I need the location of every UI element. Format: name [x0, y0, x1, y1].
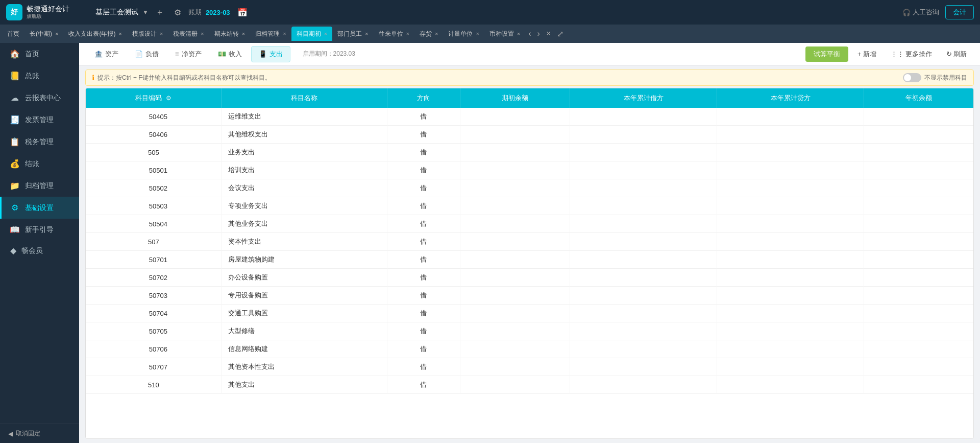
table-row[interactable]: 50704交通工具购置借	[86, 305, 973, 322]
cell-ytd-debit	[570, 376, 717, 394]
tab-annual-report[interactable]: 收入支出表(年报) ×	[63, 27, 127, 41]
tab-dept-staff[interactable]: 部门员工 ×	[332, 27, 373, 41]
tab-close-annual[interactable]: ×	[118, 31, 121, 37]
cell-name: 交通工具购置	[222, 305, 387, 322]
tab-home[interactable]: 首页	[2, 27, 24, 41]
cell-direction: 借	[387, 233, 460, 251]
table-row[interactable]: 50707其他资本性支出借	[86, 358, 973, 376]
logo-area: 好 畅捷通好会计 旗舰版	[6, 4, 85, 20]
cell-ytd-credit	[717, 251, 864, 269]
cell-name: 专项业务支出	[222, 197, 387, 215]
tab-close-inventory[interactable]: ×	[435, 31, 438, 37]
tab-close-archive[interactable]: ×	[283, 31, 286, 37]
sidebar-label-home: 首页	[25, 50, 39, 59]
sub-tab-net-assets[interactable]: ≡ 净资产	[168, 46, 209, 62]
tab-close-period-close[interactable]: ×	[242, 31, 245, 37]
toggle-disable-switch[interactable]	[903, 73, 921, 82]
table-row[interactable]: 50705大型修缮借	[86, 322, 973, 340]
tab-next-button[interactable]: ›	[534, 29, 543, 38]
app-sub: 旗舰版	[27, 13, 69, 20]
tab-close-all-button[interactable]: ×	[543, 29, 554, 38]
tab-close-dept[interactable]: ×	[365, 31, 368, 37]
column-settings-icon[interactable]: ⚙	[166, 95, 172, 102]
cell-name: 其他资本性支出	[222, 358, 387, 376]
calendar-icon[interactable]: 📅	[234, 6, 251, 19]
sidebar-item-home[interactable]: 🏠 首页	[0, 43, 79, 65]
sidebar-item-guide[interactable]: 📖 新手引导	[0, 219, 79, 241]
sidebar-footer-pin[interactable]: ◀ 取消固定	[0, 424, 79, 443]
tab-unit[interactable]: 计量单位 ×	[443, 27, 484, 41]
add-tab-button[interactable]: ＋	[153, 5, 167, 20]
sidebar-item-vip[interactable]: ◆ 畅会员	[0, 241, 79, 261]
table-row[interactable]: 507资本性支出借	[86, 233, 973, 251]
tab-prev-button[interactable]: ‹	[525, 29, 534, 38]
table-row[interactable]: 50702办公设备购置借	[86, 269, 973, 287]
add-button[interactable]: + 新增	[852, 46, 881, 62]
table-row[interactable]: 50706信息网络购建借	[86, 340, 973, 358]
tab-archive[interactable]: 归档管理 ×	[250, 27, 291, 41]
cell-initial-balance	[460, 322, 570, 340]
sidebar-item-invoice[interactable]: 🧾 发票管理	[0, 109, 79, 131]
table-row[interactable]: 50504其他业务支出借	[86, 215, 973, 233]
table-row[interactable]: 50703专用设备购置借	[86, 287, 973, 305]
sidebar-item-settings[interactable]: ⚙ 基础设置	[0, 197, 79, 219]
tab-period[interactable]: 长(中期) ×	[24, 27, 63, 41]
cell-initial-balance	[460, 144, 570, 161]
tab-tax-table[interactable]: 税表清册 ×	[168, 27, 209, 41]
refresh-button[interactable]: ↻ 刷新	[941, 46, 972, 62]
support-button[interactable]: 🎧 人工咨询	[902, 8, 939, 17]
table-row[interactable]: 510其他支出借	[86, 376, 973, 394]
header-right: 🎧 人工咨询 会计	[902, 5, 974, 19]
cell-direction: 借	[387, 287, 460, 305]
tab-template[interactable]: 模版设计 ×	[127, 27, 168, 41]
tab-period-close[interactable]: 期末结转 ×	[209, 27, 250, 41]
sidebar-item-cloud-report[interactable]: ☁ 云报表中心	[0, 87, 79, 109]
table-row[interactable]: 50503专项业务支出借	[86, 197, 973, 215]
sidebar-item-tax[interactable]: 📋 税务管理	[0, 131, 79, 153]
period-info: 启用期间：2023.03	[303, 50, 355, 58]
tab-close-subject[interactable]: ×	[324, 31, 327, 37]
table-row[interactable]: 50405运维维支出借	[86, 108, 973, 126]
tab-subject-initial[interactable]: 科目期初 ×	[291, 27, 332, 41]
table-row[interactable]: 50701房屋建筑物购建借	[86, 251, 973, 269]
cell-initial-balance	[460, 340, 570, 358]
table-row[interactable]: 505业务支出借	[86, 144, 973, 161]
sub-tab-assets[interactable]: 🏦 资产	[87, 46, 126, 62]
company-dropdown-icon[interactable]: ▼	[142, 9, 149, 16]
cell-year-initial	[864, 269, 973, 287]
tab-inventory[interactable]: 存货 ×	[414, 27, 443, 41]
tab-close-template[interactable]: ×	[160, 31, 163, 37]
tab-currency[interactable]: 币种设置 ×	[484, 27, 525, 41]
balance-button[interactable]: 试算平衡	[805, 46, 848, 62]
sub-tab-income[interactable]: 💵 收入	[211, 46, 249, 62]
tab-close-unit[interactable]: ×	[476, 31, 479, 37]
table-row[interactable]: 50502会议支出借	[86, 179, 973, 197]
sub-tab-liabilities[interactable]: 📄 负债	[128, 46, 166, 62]
cell-name: 业务支出	[222, 144, 387, 161]
tab-close-currency[interactable]: ×	[517, 31, 520, 37]
cell-direction: 借	[387, 269, 460, 287]
sidebar-item-ledger[interactable]: 📒 总账	[0, 65, 79, 87]
cell-direction: 借	[387, 215, 460, 233]
more-button[interactable]: ⋮⋮ 更多操作	[886, 46, 937, 62]
cell-code: 507	[86, 233, 222, 251]
cell-initial-balance	[460, 126, 570, 144]
sidebar-label-settings: 基础设置	[25, 203, 54, 213]
table-row[interactable]: 50406其他维权支出借	[86, 126, 973, 144]
tab-close-customers[interactable]: ×	[406, 31, 409, 37]
cell-initial-balance	[460, 269, 570, 287]
account-button[interactable]: 会计	[945, 5, 974, 19]
table-row[interactable]: 50501培训支出借	[86, 161, 973, 179]
tab-expand-button[interactable]: ⤢	[554, 29, 567, 39]
cell-year-initial	[864, 126, 973, 144]
guide-icon: 📖	[10, 225, 20, 235]
cell-name: 办公设备购置	[222, 269, 387, 287]
cell-year-initial	[864, 144, 973, 161]
sub-tab-expense[interactable]: 📱 支出	[251, 46, 290, 62]
sidebar-item-settle[interactable]: 💰 结账	[0, 153, 79, 175]
tab-close-period[interactable]: ×	[55, 31, 58, 37]
tab-customers[interactable]: 往来单位 ×	[374, 27, 414, 41]
tab-close-tax[interactable]: ×	[201, 31, 204, 37]
sidebar-item-archive[interactable]: 📁 归档管理	[0, 175, 79, 197]
settings-icon[interactable]: ⚙	[171, 6, 184, 19]
